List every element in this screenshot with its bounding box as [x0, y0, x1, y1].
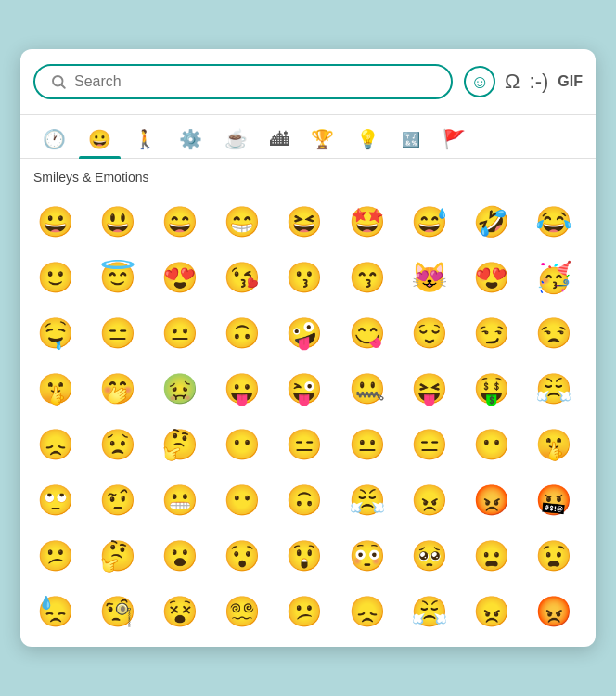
emoji-cell[interactable]: 😄 — [152, 194, 208, 250]
emoji-cell[interactable]: 😲 — [276, 528, 332, 584]
emoji-cell[interactable]: 😒 — [526, 305, 582, 361]
emoji-cell[interactable]: 😻 — [402, 250, 457, 305]
emoji-cell[interactable]: 😞 — [28, 417, 83, 472]
emoji-cell[interactable]: 🥺 — [402, 528, 457, 584]
emoji-cell[interactable]: 🤫 — [28, 361, 83, 417]
emoji-cell[interactable]: 🤢 — [152, 361, 208, 417]
emoji-cell[interactable]: 😶 — [214, 417, 270, 472]
emoji-cell[interactable]: 😏 — [464, 305, 520, 361]
emoji-cell[interactable]: 😦 — [464, 528, 520, 584]
tab-nature[interactable]: 💡 — [347, 121, 389, 158]
emoji-cell[interactable]: 🤣 — [464, 194, 520, 250]
emoji-cell[interactable]: 😞 — [340, 584, 395, 639]
category-tabs: 🕐 😀 🚶 ⚙️ ☕ 🏙 🏆 💡 🔣 🚩 — [20, 115, 596, 159]
emoji-cell[interactable]: 😯 — [214, 528, 270, 584]
emoji-cell[interactable]: 😟 — [90, 417, 146, 472]
tab-smileys[interactable]: 😀 — [79, 121, 121, 158]
emoji-cell[interactable]: 😧 — [526, 528, 582, 584]
emoji-cell[interactable]: 😶 — [464, 417, 520, 472]
emoji-cell[interactable]: 😋 — [340, 305, 395, 361]
emoji-cell[interactable]: 😁 — [214, 194, 270, 250]
emoji-cell[interactable]: 🤬 — [526, 472, 582, 528]
emoji-cell[interactable]: 😂 — [526, 194, 582, 250]
emoji-cell[interactable]: 🙃 — [214, 305, 270, 361]
emoji-cell[interactable]: 😍 — [464, 250, 520, 305]
emoji-cell[interactable]: 😤 — [340, 472, 395, 528]
emoji-cell[interactable]: 😅 — [402, 194, 457, 250]
emoji-cell[interactable]: 🤔 — [90, 528, 146, 584]
emoji-cell[interactable]: 😠 — [402, 472, 457, 528]
emoji-cell[interactable]: 😐 — [340, 417, 395, 472]
emoji-cell[interactable]: 🤐 — [340, 361, 395, 417]
emoji-cell[interactable]: 😤 — [402, 584, 457, 639]
emoji-cell[interactable]: 🙂 — [28, 250, 83, 305]
emoji-cell[interactable]: 😗 — [276, 250, 332, 305]
emoji-grid: 😀😃😄😁😆🤩😅🤣😂🙂😇😍😘😗😙😻😍🥳🤤😑😐🙃🤪😋😌😏😒🤫🤭🤢😛😜🤐😝🤑😤😞😟🤔😶… — [20, 190, 596, 647]
section-label: Smileys & Emotions — [20, 159, 596, 190]
emoji-cell[interactable]: 😡 — [464, 472, 520, 528]
emoji-cell[interactable]: 😌 — [402, 305, 457, 361]
emoji-cell[interactable]: 🤑 — [464, 361, 520, 417]
search-input[interactable] — [74, 73, 436, 90]
emoji-cell[interactable]: 🤩 — [340, 194, 395, 250]
emoji-cell[interactable]: 😑 — [402, 417, 457, 472]
svg-line-1 — [61, 84, 64, 87]
emoji-cell[interactable]: 🙃 — [276, 472, 332, 528]
emoji-cell[interactable]: 😘 — [214, 250, 270, 305]
emoji-cell[interactable]: 😃 — [90, 194, 146, 250]
top-icons-group: ☺ Ω :-) GIF — [464, 66, 583, 97]
emoji-cell[interactable]: 😑 — [90, 305, 146, 361]
emoji-cell[interactable]: 😠 — [464, 584, 520, 639]
tab-objects[interactable]: 🏆 — [302, 121, 343, 158]
tab-food[interactable]: ☕ — [215, 121, 257, 158]
emoji-cell[interactable]: 😵‍💫 — [214, 584, 270, 639]
emoji-cell[interactable]: 🧐 — [90, 584, 146, 639]
tab-activities[interactable]: ⚙️ — [170, 121, 212, 158]
emoji-cell[interactable]: 😝 — [402, 361, 457, 417]
emoji-cell[interactable]: 🤫 — [526, 417, 582, 472]
tab-people[interactable]: 🚶 — [124, 121, 166, 158]
emoji-cell[interactable]: 😕 — [276, 584, 332, 639]
emoji-cell[interactable]: 🤭 — [90, 361, 146, 417]
emoji-cell[interactable]: 😛 — [214, 361, 270, 417]
emoji-cell[interactable]: 🤨 — [90, 472, 146, 528]
emoji-cell[interactable]: 😐 — [152, 305, 208, 361]
emoji-cell[interactable]: 😀 — [28, 194, 83, 250]
top-icon-gif[interactable]: GIF — [558, 73, 583, 90]
emoji-cell[interactable]: 🥳 — [526, 250, 582, 305]
top-icon-emoji[interactable]: ☺ — [464, 66, 495, 97]
emoji-cell[interactable]: 🙄 — [28, 472, 83, 528]
emoji-cell[interactable]: 😑 — [276, 417, 332, 472]
emoji-cell[interactable]: 😵 — [152, 584, 208, 639]
emoji-cell[interactable]: 😳 — [340, 528, 395, 584]
tab-travel[interactable]: 🏙 — [261, 122, 298, 158]
tab-flags[interactable]: 🚩 — [433, 121, 475, 158]
tab-recent[interactable]: 🕐 — [33, 121, 75, 158]
emoji-cell[interactable]: 😜 — [276, 361, 332, 417]
emoji-cell[interactable]: 😆 — [276, 194, 332, 250]
emoji-cell[interactable]: 😮 — [152, 528, 208, 584]
top-icon-omega[interactable]: Ω — [505, 70, 520, 94]
emoji-cell[interactable]: 😤 — [526, 361, 582, 417]
search-input-wrapper[interactable] — [33, 64, 453, 99]
emoji-cell[interactable]: 😓 — [28, 584, 83, 639]
top-icon-textface[interactable]: :-) — [530, 70, 549, 94]
emoji-cell[interactable]: 🤤 — [28, 305, 83, 361]
emoji-cell[interactable]: 🤪 — [276, 305, 332, 361]
tab-symbols[interactable]: 🔣 — [392, 123, 430, 156]
emoji-cell[interactable]: 😡 — [526, 584, 582, 639]
emoji-cell[interactable]: 😍 — [152, 250, 208, 305]
emoji-cell[interactable]: 😶 — [214, 472, 270, 528]
emoji-cell[interactable]: 😙 — [340, 250, 395, 305]
emoji-picker: ☺ Ω :-) GIF 🕐 😀 🚶 ⚙️ ☕ 🏙 🏆 💡 🔣 🚩 Smileys… — [20, 49, 596, 647]
search-icon — [50, 73, 67, 90]
search-bar-row: ☺ Ω :-) GIF — [20, 49, 596, 115]
emoji-cell[interactable]: 😬 — [152, 472, 208, 528]
emoji-cell[interactable]: 😕 — [28, 528, 83, 584]
emoji-cell[interactable]: 😇 — [90, 250, 146, 305]
emoji-cell[interactable]: 🤔 — [152, 417, 208, 472]
